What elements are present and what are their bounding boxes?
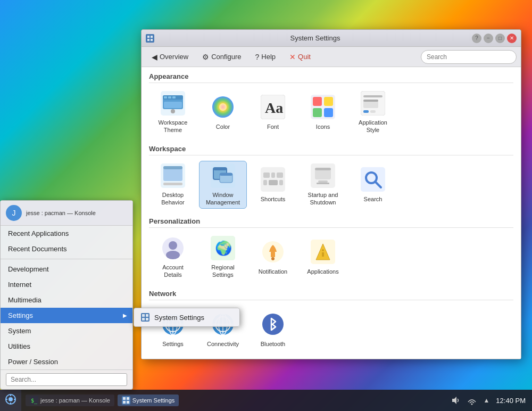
desktop-behavior-label: DesktopBehavior [161, 191, 184, 207]
applications-label: Applications [307, 268, 338, 275]
menu-item-utilities[interactable]: Utilities [1, 339, 132, 354]
volume-icon[interactable] [451, 396, 461, 405]
regional-settings-icon: 🌍 [210, 236, 236, 260]
menu-item-recent-apps[interactable]: Recent Applications [1, 226, 132, 241]
application-style-item[interactable]: ApplicationStyle [349, 88, 397, 136]
overview-button[interactable]: ◀ Overview [146, 50, 194, 64]
svg-rect-112 [127, 401, 129, 404]
search-input[interactable] [421, 50, 517, 64]
settings-submenu: System Settings [134, 308, 240, 327]
svg-rect-3 [151, 39, 153, 41]
workspace-section: Workspace DesktopBehavior [149, 145, 513, 209]
system-settings-taskbar-item[interactable]: System Settings [118, 394, 179, 406]
menu-item-multimedia[interactable]: Multimedia [1, 292, 132, 308]
kde-menu-avatar: J [6, 205, 22, 221]
desktop-behavior-item[interactable]: DesktopBehavior [149, 161, 197, 209]
applications-item[interactable]: Applications [299, 233, 347, 281]
minimize-button[interactable]: − [484, 34, 493, 43]
menu-item-recent-docs[interactable]: Recent Documents [1, 241, 132, 257]
configure-button[interactable]: ⚙ Configure [196, 50, 247, 64]
svg-rect-36 [261, 167, 285, 192]
color-icon [210, 94, 236, 120]
help-button[interactable]: ? Help [250, 50, 282, 64]
notification-icon [260, 239, 286, 265]
svg-rect-8 [168, 96, 171, 98]
svg-rect-109 [123, 397, 126, 400]
workspace-theme-icon [160, 91, 186, 116]
svg-rect-41 [269, 180, 278, 185]
svg-rect-26 [370, 110, 376, 113]
kde-menu-search-input[interactable] [6, 373, 127, 386]
help-control-button[interactable]: ? [472, 34, 481, 43]
close-button[interactable]: ✕ [507, 34, 517, 43]
workspace-section-title: Workspace [149, 145, 513, 155]
regional-settings-item[interactable]: 🌍 RegionalSettings [199, 233, 247, 281]
menu-separator-1 [1, 259, 132, 259]
svg-rect-40 [263, 180, 267, 185]
start-icon [5, 394, 16, 407]
menu-item-power-session[interactable]: Power / Session [1, 354, 132, 369]
svg-rect-98 [142, 318, 145, 320]
workspace-theme-item[interactable]: WorkspaceTheme [149, 88, 197, 136]
terminal-icon: $_ [30, 396, 38, 405]
svg-rect-0 [147, 36, 149, 38]
menu-item-system[interactable]: System [1, 323, 132, 339]
svg-rect-46 [318, 180, 328, 183]
svg-rect-33 [213, 168, 227, 170]
window-titlebar: System Settings ? − □ ✕ [142, 30, 521, 47]
font-item[interactable]: Aa Font [249, 88, 297, 136]
notification-item[interactable]: Notification [249, 233, 297, 281]
application-style-label: ApplicationStyle [359, 119, 387, 134]
back-icon: ◀ [152, 53, 157, 61]
personalization-section: Personalization AccountDetails [149, 217, 513, 281]
account-details-item[interactable]: AccountDetails [149, 233, 197, 281]
terminal-taskbar-item[interactable]: $_ jesse : pacman — Konsole [26, 394, 114, 406]
svg-rect-96 [142, 314, 145, 317]
submenu-system-settings-label: System Settings [154, 314, 204, 322]
color-item[interactable]: Color [199, 88, 247, 136]
kde-menu-user: jesse : pacman — Konsole [26, 210, 96, 216]
svg-point-114 [471, 404, 473, 405]
desktop: System Settings ? − □ ✕ ◀ Overview ⚙ Con… [0, 0, 532, 411]
personalization-items: AccountDetails 🌍 RegionalSettings [149, 233, 513, 281]
network-icon[interactable] [467, 396, 477, 405]
overview-label: Overview [160, 53, 188, 61]
menu-item-system-label: System [8, 327, 31, 335]
tray-arrow[interactable]: ▲ [483, 397, 489, 404]
kde-menu-search [1, 369, 132, 389]
svg-rect-1 [151, 36, 153, 38]
window-controls: ? − □ ✕ [472, 34, 517, 43]
icons-item[interactable]: Icons [299, 88, 347, 136]
startup-shutdown-item[interactable]: Startup andShutdown [299, 161, 347, 209]
workspace-theme-label: WorkspaceTheme [159, 119, 188, 134]
menu-item-development[interactable]: Development [1, 261, 132, 277]
window-management-item[interactable]: WindowManagement [199, 161, 247, 209]
taskbar: $_ jesse : pacman — Konsole System Setti… [0, 390, 532, 411]
svg-point-52 [169, 241, 177, 250]
help-icon: ? [255, 53, 260, 61]
menu-item-internet[interactable]: Internet [1, 277, 132, 292]
svg-rect-18 [324, 97, 333, 106]
quit-button[interactable]: ✕ Quit [284, 50, 317, 64]
window-toolbar: ◀ Overview ⚙ Configure ? Help ✕ Quit [142, 47, 521, 67]
bluetooth-item[interactable]: Bluetooth [249, 306, 297, 354]
color-label: Color [216, 123, 230, 130]
maximize-button[interactable]: □ [495, 34, 505, 43]
menu-item-recent-docs-label: Recent Documents [8, 245, 67, 253]
start-button[interactable] [0, 390, 21, 411]
kde-menu: J jesse : pacman — Konsole Recent Applic… [0, 200, 133, 390]
svg-rect-10 [164, 102, 182, 108]
svg-text:Aa: Aa [265, 100, 283, 116]
help-label: Help [261, 53, 276, 61]
network-settings-label: Settings [162, 340, 184, 348]
taskbar-time: 12:40 PM [496, 397, 526, 405]
svg-marker-113 [452, 397, 456, 404]
menu-item-settings[interactable]: Settings System Settings [1, 308, 132, 323]
shortcuts-item[interactable]: Shortcuts [249, 161, 297, 209]
svg-rect-99 [146, 318, 148, 320]
submenu-system-settings[interactable]: System Settings [134, 308, 239, 326]
search-item[interactable]: Search [349, 161, 397, 209]
window-management-icon [210, 163, 236, 188]
svg-text:🌍: 🌍 [215, 240, 232, 257]
svg-rect-17 [313, 97, 322, 106]
